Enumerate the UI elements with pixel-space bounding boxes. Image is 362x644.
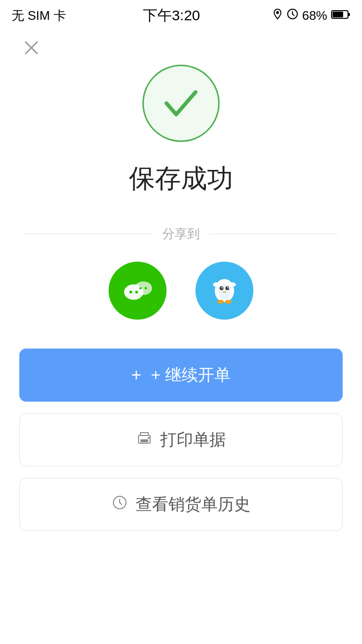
status-time: 下午3:20 [143, 6, 200, 26]
continue-button[interactable]: + + 继续开单 [19, 349, 343, 402]
status-bar: 无 SIM 卡 下午3:20 68% [0, 0, 362, 31]
svg-point-12 [145, 287, 147, 290]
svg-point-10 [135, 291, 138, 294]
sim-status: 无 SIM 卡 [12, 7, 66, 24]
status-left: 无 SIM 卡 [12, 7, 71, 24]
svg-point-0 [276, 11, 279, 14]
battery-percent: 68% [302, 8, 327, 23]
svg-rect-3 [348, 13, 350, 16]
svg-point-17 [221, 287, 223, 289]
clock-icon [287, 8, 298, 23]
print-button[interactable]: 打印单据 [19, 413, 343, 466]
wechat-share-button[interactable] [109, 262, 167, 320]
share-divider: 分享到 [0, 225, 362, 242]
print-label: 打印单据 [160, 429, 226, 451]
svg-rect-4 [333, 12, 343, 17]
success-icon-circle [142, 65, 220, 142]
share-label: 分享到 [153, 225, 209, 242]
continue-label: + 继续开单 [151, 364, 231, 386]
svg-rect-24 [140, 439, 148, 442]
share-icons [109, 262, 253, 320]
share-section: 分享到 [0, 225, 362, 320]
svg-point-21 [217, 300, 224, 304]
history-icon [111, 494, 128, 515]
history-label: 查看销货单历史 [136, 493, 251, 516]
battery-icon [331, 8, 350, 23]
action-buttons: + + 继续开单 打印单据 查看销货单历史 [0, 320, 362, 531]
continue-icon: + [131, 365, 141, 385]
success-title: 保存成功 [129, 161, 233, 196]
svg-point-25 [148, 437, 150, 439]
svg-point-18 [227, 287, 228, 289]
qq-share-button[interactable] [195, 262, 253, 320]
location-icon [272, 8, 283, 23]
history-button[interactable]: 查看销货单历史 [19, 478, 343, 531]
svg-point-11 [139, 287, 142, 290]
main-content: 保存成功 分享到 [0, 31, 362, 531]
svg-point-22 [225, 300, 232, 304]
svg-point-9 [129, 291, 132, 294]
close-button[interactable] [19, 36, 43, 60]
status-right: 68% [272, 8, 350, 23]
print-icon [136, 430, 153, 450]
